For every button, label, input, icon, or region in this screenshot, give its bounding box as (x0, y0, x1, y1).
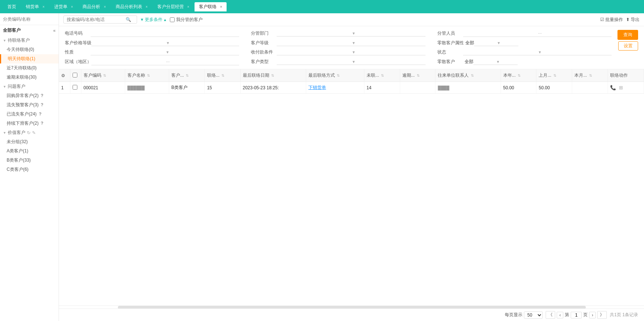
all-customers-label[interactable]: 全部客户 « (0, 25, 59, 36)
sort-icon[interactable]: ⇅ (221, 73, 224, 77)
row-checkbox[interactable] (73, 85, 77, 90)
filter-select-person[interactable]: ··· (463, 30, 612, 37)
sidebar-item-b-class[interactable]: B类客户(33) (0, 156, 59, 165)
nav-item-4[interactable]: 客户分层经营 × (153, 2, 194, 11)
edit-icon[interactable]: ✎ (32, 130, 36, 135)
sort-icon[interactable]: ⇅ (471, 73, 474, 77)
sidebar-item-7days[interactable]: 近7天待联络(0) (0, 63, 59, 73)
filter-select-scatter-attr[interactable]: ▼ (474, 40, 518, 46)
filter-select-scatter[interactable]: ▼ (473, 59, 518, 65)
scatter-attr-value: 全部 (465, 40, 474, 46)
filter-select-customer-type[interactable]: ▼ (277, 59, 425, 65)
close-icon[interactable]: × (71, 5, 73, 9)
sidebar-item-abnormal[interactable]: 回购异常客户(2) ？ (0, 91, 59, 100)
sidebar-item-decline[interactable]: 持续下滑客户(2) ？ (0, 119, 59, 128)
th-last-contact-date: 最后联络日期 ⇅ (240, 69, 306, 82)
refresh-icon[interactable]: ↻ (27, 130, 31, 135)
sidebar-item-warn[interactable]: 流失预警客户(3) ？ (0, 100, 59, 110)
filter-label-scatter-attr: 零散客户属性 (437, 40, 464, 46)
sort-icon[interactable]: ⇅ (147, 73, 150, 77)
sidebar-item-c-class[interactable]: C类客户(6) (0, 165, 59, 174)
filter-cell-price-level: 客户价格等级 ▼ (65, 40, 239, 46)
filter-select-status[interactable]: ▼ (463, 49, 612, 55)
sort-icon[interactable]: ⇅ (103, 73, 106, 77)
sort-icon[interactable]: ⇅ (518, 73, 521, 77)
filter-select-customer-level[interactable]: ▼ (277, 40, 425, 46)
th-last-contact-method: 最后联络方式 ⇅ (306, 69, 364, 82)
sort-icon[interactable]: ⇅ (553, 73, 556, 77)
td-last-month: 50.00 (536, 82, 572, 94)
my-customers-input[interactable] (170, 17, 175, 22)
td-last-contact-method[interactable]: 下销货单 (306, 82, 364, 94)
nav-home[interactable]: 首页 (3, 2, 21, 11)
sort-icon[interactable]: ⇅ (589, 73, 592, 77)
page-size-select[interactable]: 50 100 200 (524, 311, 543, 319)
filter-cell-nature: 性质 ▼ (65, 49, 239, 55)
group-title-1[interactable]: 问题客户 (0, 82, 59, 91)
sort-icon[interactable]: ⇅ (186, 73, 189, 77)
page-number-input[interactable] (571, 312, 582, 318)
filter-select-region[interactable]: ··· (91, 58, 239, 65)
th-gear[interactable]: ⚙ (59, 69, 70, 82)
th-uncontacted: 未联... ⇅ (364, 69, 400, 82)
action-icons: 📞 ⊞ (610, 85, 641, 90)
search-input[interactable] (67, 17, 126, 22)
td-this-month (572, 82, 608, 94)
sidebar-item-ungroup[interactable]: 未分组(32) (0, 137, 59, 146)
th-this-month: 本月... ⇅ (572, 69, 608, 82)
filter-row-3: 区域（地区） ··· 客户类型 ▼ (65, 58, 612, 65)
filter-cell-status: 状态 ▼ (437, 49, 612, 55)
data-table: ⚙ 客户编码 ⇅ 客户名称 ⇅ (59, 69, 644, 94)
sort-icon[interactable]: ⇅ (337, 73, 340, 77)
th-customer-name: 客户名称 ⇅ (125, 69, 169, 82)
nav-item-5[interactable]: 客户联络 × (195, 2, 227, 11)
last-page-button[interactable]: 》 (597, 311, 607, 319)
dots-icon: ··· (166, 59, 238, 64)
filter-select-payment[interactable]: ▼ (277, 49, 425, 55)
sort-icon[interactable]: ⇅ (381, 73, 384, 77)
filter-select-nature[interactable]: ▼ (91, 49, 239, 55)
th-checkbox[interactable] (70, 69, 81, 82)
settings-button[interactable]: 设置 (618, 41, 638, 51)
sidebar-item-tomorrow[interactable]: 明天待联络(1) (0, 54, 59, 63)
sidebar-item-a-class[interactable]: A类客户(1) (0, 146, 59, 156)
prev-page-button[interactable]: ‹ (557, 312, 563, 318)
group-title-0[interactable]: 待联络客户 (0, 36, 59, 45)
close-icon[interactable]: × (220, 5, 222, 9)
grid-icon[interactable]: ⊞ (619, 85, 623, 90)
contact-method-link[interactable]: 下销货单 (308, 85, 326, 90)
gear-icon[interactable]: ⚙ (61, 73, 65, 78)
td-checkbox[interactable] (70, 82, 81, 94)
nav-item-1[interactable]: 进货单 × (50, 2, 77, 11)
sort-icon[interactable]: ⇅ (271, 73, 274, 77)
nav-item-0[interactable]: 销货单 × (21, 2, 49, 11)
query-button[interactable]: 查询 (617, 30, 638, 40)
first-page-button[interactable]: 《 (546, 311, 555, 319)
batch-operation-button[interactable]: ☑ 批量操作 (600, 17, 623, 23)
close-icon[interactable]: × (104, 5, 106, 9)
phone-icon[interactable]: 📞 (610, 85, 616, 90)
close-icon[interactable]: × (146, 5, 148, 9)
search-icon[interactable]: 🔍 (126, 17, 131, 22)
filter-input-phone[interactable] (91, 30, 239, 37)
td-last-contact-date: 2023-05-23 18:25: (240, 82, 306, 94)
close-icon[interactable]: × (187, 5, 189, 9)
my-customers-checkbox[interactable]: 我分管的客户 (170, 17, 203, 23)
close-icon[interactable]: × (42, 5, 45, 9)
next-page-button[interactable]: › (589, 312, 596, 318)
export-button[interactable]: ⬆ 导出 (626, 17, 640, 23)
sort-icon[interactable]: ⇅ (417, 73, 420, 77)
sidebar-search-input[interactable] (3, 17, 58, 22)
horizontal-scrollbar[interactable] (59, 306, 644, 308)
group-title-2[interactable]: 价值客户 ↻ ✎ (0, 128, 59, 137)
sidebar-item-overdue[interactable]: 逾期未联络(30) (0, 73, 59, 82)
nav-item-3[interactable]: 商品分析列表 × (111, 2, 152, 11)
collapse-icon[interactable]: « (53, 28, 56, 33)
select-all-checkbox[interactable] (73, 73, 77, 77)
filter-select-price-level[interactable]: ▼ (91, 40, 239, 46)
nav-item-2[interactable]: 商品分析 × (78, 2, 110, 11)
sidebar-item-today[interactable]: 今天待联络(0) (0, 45, 59, 54)
sidebar-item-lost[interactable]: 已流失客户(24) ？ (0, 110, 59, 119)
more-conditions-button[interactable]: ▼ 更多条件 ▲ (140, 17, 167, 23)
filter-select-dept[interactable]: ▼ (277, 31, 425, 37)
